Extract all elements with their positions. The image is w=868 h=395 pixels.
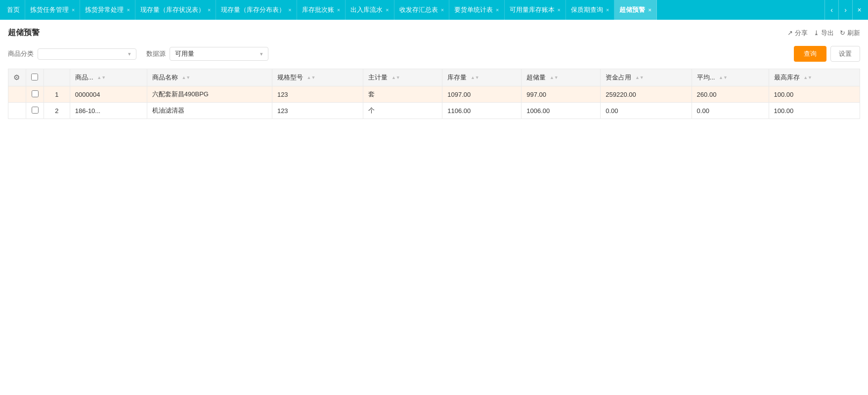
spec-sort-icon: ▲▼ [307, 76, 316, 80]
table-header-row: ⚙ 商品... ▲▼ 商品名称 ▲▼ 规格型号 ▲▼ [8, 69, 860, 86]
tab-avail-ledger-close[interactable]: × [558, 7, 561, 13]
export-action[interactable]: ⤓ 导出 [814, 29, 834, 38]
td-overstock-qty-0: 997.00 [521, 86, 601, 103]
tab-stock-status-close[interactable]: × [208, 7, 211, 13]
tab-order-stat-close[interactable]: × [496, 7, 499, 13]
th-unit[interactable]: 主计量 ▲▼ [363, 69, 442, 86]
tab-batch-ledger[interactable]: 库存批次账 × [297, 0, 346, 20]
table-row: 2 186-10... 机油滤清器 123 个 1106.00 1006.00 … [8, 103, 860, 119]
tab-home[interactable]: 首页 [2, 0, 25, 20]
table-row: 1 0000004 六配套新昌490BPG 123 套 1097.00 997.… [8, 86, 860, 103]
category-select[interactable]: ▾ [38, 48, 136, 60]
tab-avail-ledger-label: 可用量库存账本 [510, 5, 555, 14]
row-checkbox-0[interactable] [32, 90, 39, 97]
category-dropdown-icon: ▾ [128, 51, 131, 57]
share-action[interactable]: ↗ 分享 [787, 29, 808, 38]
td-max-stock-1: 100.00 [769, 103, 860, 119]
unit-sort-icon: ▲▼ [391, 76, 400, 80]
td-gear-1 [8, 103, 26, 119]
td-stock-qty-1: 1106.00 [442, 103, 521, 119]
topbar-prev-arrow[interactable]: ‹ [825, 0, 838, 20]
tab-collect-send-close[interactable]: × [441, 7, 444, 13]
page-content: 超储预警 ↗ 分享 ⤓ 导出 ↻ 刷新 商品分类 ▾ 数据源 [0, 20, 868, 395]
tab-task-mgmt-label: 拣货任务管理 [30, 5, 69, 14]
td-overstock-qty-1: 1006.00 [521, 103, 601, 119]
th-stock-qty[interactable]: 库存量 ▲▼ [442, 69, 521, 86]
refresh-icon: ↻ [840, 29, 845, 37]
td-unit-0: 套 [363, 86, 442, 103]
tab-order-stat[interactable]: 要货单统计表 × [449, 0, 504, 20]
th-capital-occupy[interactable]: 资金占用 ▲▼ [601, 69, 692, 86]
goods-name-sort-icon: ▲▼ [181, 76, 190, 80]
td-capital-occupy-1: 0.00 [601, 103, 692, 119]
tab-quality-check-label: 保质期查询 [571, 5, 603, 14]
td-gear-0 [8, 86, 26, 103]
tab-stock-status[interactable]: 现存量（库存状况表） × [135, 0, 216, 20]
tab-quality-check-close[interactable]: × [606, 7, 609, 13]
tab-task-mgmt[interactable]: 拣货任务管理 × [25, 0, 80, 20]
page-header: 超储预警 ↗ 分享 ⤓ 导出 ↻ 刷新 [8, 28, 860, 38]
th-overstock-qty[interactable]: 超储量 ▲▼ [521, 69, 601, 86]
topbar-arrows: ‹ › × [825, 0, 866, 20]
goods-code-sort-icon: ▲▼ [97, 76, 106, 80]
tab-batch-ledger-label: 库存批次账 [302, 5, 334, 14]
tab-in-out-flow[interactable]: 出入库流水 × [346, 0, 394, 20]
tab-overstock-warn-close[interactable]: × [648, 7, 651, 13]
th-gear: ⚙ [8, 69, 26, 86]
settings-button[interactable]: 设置 [830, 46, 860, 62]
refresh-action[interactable]: ↻ 刷新 [840, 29, 860, 38]
td-goods-name-1: 机油滤清器 [147, 103, 272, 119]
avg-sort-icon: ▲▼ [719, 76, 728, 80]
th-spec[interactable]: 规格型号 ▲▼ [272, 69, 363, 86]
filter-actions: 查询 设置 [794, 46, 860, 62]
tab-avail-ledger[interactable]: 可用量库存账本 × [505, 0, 566, 20]
category-filter-group: 商品分类 ▾ [8, 48, 136, 60]
query-button[interactable]: 查询 [794, 46, 826, 62]
td-unit-1: 个 [363, 103, 442, 119]
td-goods-code-1: 186-10... [70, 103, 147, 119]
th-goods-code[interactable]: 商品... ▲▼ [70, 69, 147, 86]
tab-stock-dist-close[interactable]: × [288, 7, 291, 13]
tab-collect-send[interactable]: 收发存汇总表 × [394, 0, 449, 20]
th-goods-name[interactable]: 商品名称 ▲▼ [147, 69, 272, 86]
tab-task-mgmt-close[interactable]: × [72, 7, 75, 13]
capital-occupy-sort-icon: ▲▼ [635, 76, 644, 80]
datasource-select-value: 可用量 [175, 49, 256, 58]
refresh-label: 刷新 [847, 29, 860, 38]
topbar-close-arrow[interactable]: × [852, 0, 866, 20]
tab-overstock-warn-label: 超储预警 [619, 5, 645, 14]
tab-collect-send-label: 收发存汇总表 [399, 5, 438, 14]
tab-overstock-warn[interactable]: 超储预警 × [614, 0, 656, 20]
row-checkbox-1[interactable] [32, 107, 39, 114]
datasource-label: 数据源 [146, 49, 166, 58]
tab-home-label: 首页 [7, 5, 20, 14]
tab-exception-close[interactable]: × [127, 7, 130, 13]
gear-settings-icon[interactable]: ⚙ [13, 73, 20, 81]
th-max-stock[interactable]: 最高库存 ▲▼ [769, 69, 860, 86]
datasource-select[interactable]: 可用量 ▾ [170, 47, 268, 61]
tab-quality-check[interactable]: 保质期查询 × [566, 0, 614, 20]
data-table: ⚙ 商品... ▲▼ 商品名称 ▲▼ 规格型号 ▲▼ [8, 69, 860, 119]
td-goods-code-0: 0000004 [70, 86, 147, 103]
td-avg-0: 260.00 [692, 86, 769, 103]
td-goods-name-0: 六配套新昌490BPG [147, 86, 272, 103]
export-label: 导出 [821, 29, 834, 38]
share-icon: ↗ [787, 29, 793, 37]
th-row-num [44, 69, 70, 86]
tab-in-out-flow-close[interactable]: × [386, 7, 389, 13]
tab-order-stat-label: 要货单统计表 [454, 5, 493, 14]
filter-row: 商品分类 ▾ 数据源 可用量 ▾ 查询 设置 [8, 46, 860, 62]
tab-exception[interactable]: 拣货异常处理 × [80, 0, 135, 20]
td-num-1: 2 [44, 103, 70, 119]
tab-batch-ledger-close[interactable]: × [337, 7, 340, 13]
td-check-1 [26, 103, 44, 119]
tab-stock-dist[interactable]: 现存量（库存分布表） × [216, 0, 297, 20]
max-stock-sort-icon: ▲▼ [803, 76, 812, 80]
share-label: 分享 [795, 29, 808, 38]
select-all-checkbox[interactable] [31, 74, 38, 80]
td-max-stock-0: 100.00 [769, 86, 860, 103]
stock-qty-sort-icon: ▲▼ [471, 76, 479, 80]
page-actions: ↗ 分享 ⤓ 导出 ↻ 刷新 [787, 29, 860, 38]
topbar-next-arrow[interactable]: › [838, 0, 852, 20]
th-avg[interactable]: 平均... ▲▼ [692, 69, 769, 86]
